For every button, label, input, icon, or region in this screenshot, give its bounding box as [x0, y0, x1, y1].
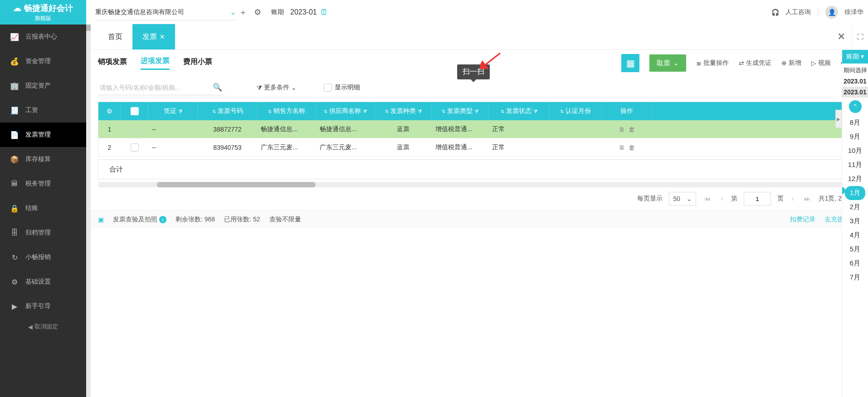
deduction-link[interactable]: 扣费记录 [790, 216, 815, 224]
company-select[interactable]: 重庆畅捷交通信息咨询有限公司 ⌄ [95, 4, 236, 20]
sidebar-item[interactable]: 🗄归档管理 [0, 221, 86, 245]
checkbox-icon[interactable] [324, 83, 332, 92]
toolbar-icon: ⊕ [781, 59, 787, 67]
period-group[interactable]: 2023.01 [842, 87, 868, 98]
sidebar-item[interactable]: ↻小畅报销 [0, 245, 86, 270]
th-supplier[interactable]: ⇅供应商名称⧩ [316, 102, 375, 120]
row-checkbox[interactable] [131, 125, 139, 133]
th-kind[interactable]: ⇅发票种类⧩ [375, 102, 432, 120]
month-item[interactable]: 12月 [842, 172, 868, 186]
sidebar-item-label: 资金管理 [25, 57, 51, 65]
period-label: 账期 [271, 8, 284, 16]
main: 首页 发票✕ ✕ ⛶ 扫一扫 销项发票 进项发票 费用小票 ▦ 取票⌄ ≣批量操… [91, 25, 868, 397]
month-item[interactable]: 6月 [842, 256, 868, 270]
month-item[interactable]: 9月 [842, 130, 868, 144]
table-row[interactable]: 2--83940753广东三元麦...广东三元麦...蓝票增值税普通...正常🗎… [98, 138, 860, 157]
sidebar-item[interactable]: 💰资金管理 [0, 49, 86, 74]
close-all-icon[interactable]: ✕ [831, 24, 852, 49]
th-status[interactable]: ⇅发票状态⧩ [488, 102, 550, 120]
th-number[interactable]: ⇅发票号码 [198, 102, 257, 120]
tab-home[interactable]: 首页 [98, 24, 132, 49]
sidebar-item[interactable]: 🏛税务管理 [0, 172, 86, 196]
calendar-icon[interactable]: 🗓 [317, 8, 332, 17]
sidebar-item[interactable]: ▶新手引导 [0, 294, 86, 319]
avatar[interactable]: 👤 [825, 6, 838, 19]
search-input[interactable] [98, 80, 225, 95]
qr-button[interactable]: ▦ [621, 54, 639, 72]
subtab-input[interactable]: 进项发票 [141, 56, 170, 70]
filter-row: 🔍 ⧩更多条件 ⌄ 显示明细 [91, 76, 868, 102]
table-row[interactable]: 1--38872772畅捷通信息...畅捷通信息...蓝票增值税普通...正常🗎… [98, 120, 860, 138]
prev-page-icon[interactable]: ‹ [719, 195, 725, 202]
month-item[interactable]: 2月 [842, 200, 868, 214]
tab-invoice[interactable]: 发票✕ [132, 24, 175, 49]
month-item[interactable]: 4月 [842, 228, 868, 242]
headset-icon: 🎧 [771, 9, 779, 16]
user-name[interactable]: 徐泽华 [844, 8, 863, 16]
month-item[interactable]: 1月2023 [845, 186, 865, 200]
filter-icon: ⧩ [257, 84, 262, 92]
sum-row: 合计 [98, 159, 861, 179]
sidebar-icon: 📦 [10, 155, 19, 164]
table-header: ⚙ 凭证⧩ ⇅发票号码 ⇅销售方名称 ⇅供应商名称⧩ ⇅发票种类⧩ ⇅发票类型⧩… [98, 102, 860, 120]
delete-icon[interactable]: 🗑 [629, 144, 635, 151]
scroll-up-icon[interactable]: ⌃ [849, 100, 862, 113]
per-page-select[interactable]: 50⌄ [669, 192, 696, 206]
period-group[interactable]: 2023.01 [842, 76, 868, 87]
gear-icon[interactable]: ⚙ [250, 7, 265, 17]
filter-icon[interactable]: ⧩ [178, 108, 182, 114]
period-button[interactable]: 账期 ▾ [842, 50, 868, 64]
scan-icon: ▣ [98, 216, 104, 223]
expand-icon[interactable]: ⛶ [852, 24, 868, 49]
close-icon[interactable]: ✕ [160, 33, 165, 40]
month-item[interactable]: 7月 [842, 270, 868, 284]
sidebar-item[interactable]: 📈云报表中心 [0, 25, 86, 49]
month-item[interactable]: 8月 [842, 116, 868, 130]
sidebar-item[interactable]: ⚙基础设置 [0, 270, 86, 294]
th-month[interactable]: ⇅认证月份 [550, 102, 602, 120]
view-icon[interactable]: 🗎 [619, 144, 625, 151]
sidebar-item-label: 小畅报销 [25, 253, 51, 261]
subtab-expense[interactable]: 费用小票 [183, 57, 212, 69]
page-input[interactable] [744, 192, 771, 206]
add-icon[interactable]: ＋ [236, 7, 250, 18]
first-page-icon[interactable]: ⏮ [702, 195, 712, 202]
month-item[interactable]: 10月 [842, 144, 868, 158]
sidebar-item[interactable]: 🧾工资 [0, 98, 86, 123]
collapse-handle[interactable]: ▶ [835, 110, 842, 128]
sidebar-item[interactable]: 📄发票管理 [0, 123, 86, 147]
recharge-link[interactable]: 去充值 [824, 216, 844, 224]
unpin-button[interactable]: ◀取消固定 [0, 319, 86, 335]
view-icon[interactable]: 🗎 [619, 126, 625, 133]
show-detail-toggle[interactable]: 显示明细 [324, 83, 360, 92]
toolbar-action[interactable]: ▷视频 [811, 59, 831, 67]
chevron-down-icon: ⌄ [291, 84, 297, 91]
th-voucher[interactable]: 凭证⧩ [148, 102, 198, 120]
fetch-invoice-button[interactable]: 取票⌄ [649, 54, 686, 72]
search-icon[interactable]: 🔍 [213, 83, 222, 92]
h-scrollbar[interactable] [98, 182, 861, 187]
next-page-icon[interactable]: › [790, 195, 796, 202]
subtab-output[interactable]: 销项发票 [98, 57, 127, 69]
toolbar-action[interactable]: ⇄生成凭证 [739, 59, 771, 67]
toolbar-action[interactable]: ≣批量操作 [696, 59, 729, 67]
chevron-down-icon: ⌄ [687, 195, 692, 202]
th-type[interactable]: ⇅发票类型⧩ [432, 102, 488, 120]
sidebar-item[interactable]: 📦库存核算 [0, 147, 86, 172]
sidebar-item[interactable]: 🏢固定资产 [0, 74, 86, 98]
month-item[interactable]: 11月 [842, 158, 868, 172]
delete-icon[interactable]: 🗑 [629, 126, 635, 133]
last-page-icon[interactable]: ⏭ [802, 195, 812, 202]
th-checkbox[interactable] [121, 102, 148, 120]
th-seller[interactable]: ⇅销售方名称 [257, 102, 316, 120]
help-link[interactable]: 人工咨询 [785, 8, 811, 16]
sidebar-item[interactable]: 🔒结账 [0, 196, 86, 221]
th-settings[interactable]: ⚙ [98, 102, 121, 120]
sidebar-scrollbar[interactable] [86, 25, 91, 397]
more-filter[interactable]: ⧩更多条件 ⌄ [257, 83, 297, 92]
month-item[interactable]: 5月 [842, 242, 868, 256]
toolbar-action[interactable]: ⊕新增 [781, 59, 801, 67]
info-icon[interactable]: i [159, 216, 166, 223]
row-checkbox[interactable] [131, 143, 139, 152]
month-item[interactable]: 3月 [842, 214, 868, 228]
